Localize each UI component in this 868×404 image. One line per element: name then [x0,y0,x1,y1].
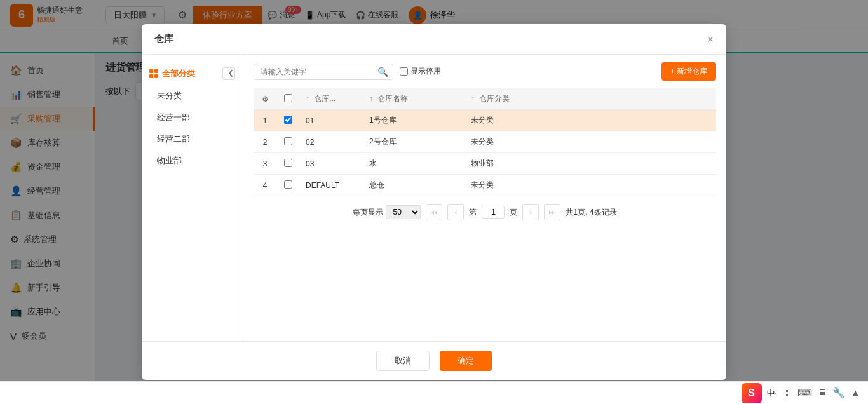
search-icon[interactable]: 🔍 [377,67,388,77]
col-code-label: 仓库... [314,94,336,103]
table-row[interactable]: 3 03 水 物业部 [254,153,716,175]
page-number-input[interactable] [482,206,505,219]
row-category: 未分类 [465,131,716,153]
row-code: 03 [299,153,363,175]
show-disabled-text: 显示停用 [410,66,441,77]
screen-icon[interactable]: 🖥 [817,387,827,399]
bottom-logo: S 中· 🎙 ⌨ 🖥 🔧 ▲ [742,383,860,403]
prev-page-button[interactable]: ‹ [447,204,464,220]
row-category: 物业部 [465,153,716,175]
modal-footer: 取消 确定 [142,341,726,380]
per-page-dropdown[interactable]: 50 100 200 [386,205,421,219]
keyboard-icon[interactable]: ⌨ [797,387,812,399]
show-disabled-label[interactable]: 显示停用 [400,66,441,77]
col-category-label: 仓库分类 [479,94,510,103]
row-code: 01 [299,110,363,131]
settings-icon: ⚙ [262,95,269,104]
row-name: 2号仓库 [363,131,465,153]
row-name: 水 [363,153,465,175]
category-item-property[interactable]: 物业部 [142,150,243,172]
table-row[interactable]: 4 DEFAULT 总仓 未分类 [254,175,716,196]
modal-title: 仓库 [154,33,173,45]
search-input-wrap: 🔍 [254,64,393,80]
last-page-button[interactable]: ⏭ [544,204,560,220]
row-checkbox[interactable] [276,131,299,153]
col-category-header[interactable]: ↑ 仓库分类 [465,88,716,110]
modal-close-button[interactable]: × [707,34,714,45]
total-info: 共1页, 4条记录 [566,207,616,218]
row-category: 未分类 [465,175,716,196]
per-page-label: 每页显示 [353,207,383,218]
add-warehouse-button[interactable]: + 新增仓库 [661,62,716,81]
row-category: 未分类 [465,110,716,131]
row-index: 1 [254,110,276,131]
mic-icon[interactable]: 🎙 [782,387,792,399]
row-index: 4 [254,175,276,196]
table-row[interactable]: 1 01 1号仓库 未分类 [254,110,716,131]
row-code: DEFAULT [299,175,363,196]
row-code: 02 [299,131,363,153]
modal-header: 仓库 × [142,24,726,55]
first-page-button[interactable]: ⏮ [426,204,442,220]
row-index: 3 [254,153,276,175]
modal-overlay: 仓库 × 全部分类 《 未分类 经营一部 经营二部 物业部 [0,0,868,404]
table-toolbar: 🔍 显示停用 + 新增仓库 [254,62,716,81]
row-name: 总仓 [363,175,465,196]
code-sort-icon: ↑ [306,94,309,103]
search-input[interactable] [254,64,393,80]
all-category-item[interactable]: 全部分类 《 [142,62,243,85]
page-unit: 页 [510,207,517,218]
page-label: 第 [469,207,477,218]
col-name-label: 仓库名称 [377,94,408,103]
arrow-up-icon[interactable]: ▲ [850,387,860,399]
select-all-checkbox[interactable] [284,94,292,102]
row-checkbox[interactable] [276,110,299,131]
category-item-uncategorized[interactable]: 未分类 [142,85,243,107]
next-page-button[interactable]: › [522,204,539,220]
row-checkbox[interactable] [276,175,299,196]
col-code-header[interactable]: ↑ 仓库... [299,88,363,110]
category-sort-icon: ↑ [471,94,475,103]
modal-body: 全部分类 《 未分类 经营一部 经营二部 物业部 🔍 [142,55,726,341]
confirm-button[interactable]: 确定 [440,351,492,371]
table-row[interactable]: 2 02 2号仓库 未分类 [254,131,716,153]
warehouse-table: ⚙ ↑ 仓库... ↑ 仓库名称 [254,88,716,196]
per-page-select: 每页显示 50 100 200 [353,205,421,219]
col-checkbox [276,88,299,110]
warehouse-modal: 仓库 × 全部分类 《 未分类 经营一部 经营二部 物业部 [142,24,726,380]
row-name: 1号仓库 [363,110,465,131]
col-settings[interactable]: ⚙ [254,88,276,110]
row-index: 2 [254,131,276,153]
row-checkbox[interactable] [276,153,299,175]
bottom-icons: 🎙 ⌨ 🖥 🔧 ▲ [782,387,860,399]
all-category-label: 全部分类 [162,68,195,79]
cancel-button[interactable]: 取消 [376,351,430,371]
grid-icon [149,69,158,78]
category-item-dept2[interactable]: 经营二部 [142,128,243,150]
table-panel: 🔍 显示停用 + 新增仓库 ⚙ [243,55,726,341]
pagination-bar: 每页显示 50 100 200 ⏮ ‹ 第 页 › ⏭ 共1页, 4条记录 [254,196,716,226]
show-disabled-checkbox[interactable] [400,67,408,76]
bottom-bar: S 中· 🎙 ⌨ 🖥 🔧 ▲ [0,381,868,404]
category-panel: 全部分类 《 未分类 经营一部 经营二部 物业部 [142,55,243,341]
name-sort-icon: ↑ [369,94,373,103]
col-name-header[interactable]: ↑ 仓库名称 [363,88,465,110]
bottom-text: 中· [767,387,778,399]
tools-icon[interactable]: 🔧 [832,387,845,399]
category-item-dept1[interactable]: 经营一部 [142,107,243,128]
s-logo-icon: S [742,383,762,403]
collapse-button[interactable]: 《 [222,67,235,80]
